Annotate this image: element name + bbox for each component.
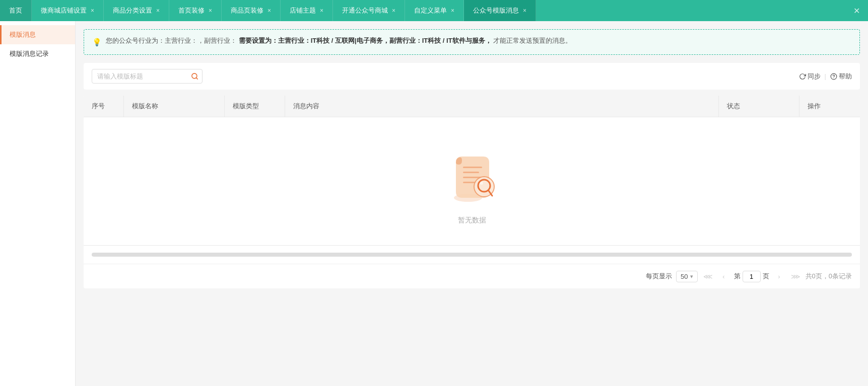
content-area: 💡 您的公众号行业为：主营行业：，副营行业： 需要设置为：主营行业：IT科技 /… — [76, 21, 868, 386]
empty-illustration — [442, 147, 502, 208]
nav-tab-category-settings-label: 商品分类设置 — [113, 6, 152, 15]
sync-label: 同步 — [808, 72, 821, 81]
empty-text: 暂无数据 — [458, 216, 486, 225]
close-all-button[interactable]: ✕ — [845, 6, 868, 16]
nav-tab-store-theme[interactable]: 店铺主题 × — [281, 0, 333, 21]
pagination: 每页显示 50 ▾ ⋘ ‹ 第 页 › ⋙ 共0页，0条记录 — [84, 264, 860, 288]
col-type: 模版类型 — [225, 96, 285, 117]
divider: | — [825, 72, 826, 80]
scrollbar-area[interactable] — [84, 245, 860, 264]
total-info: 共0页，0条记录 — [806, 272, 852, 281]
notice-text: 您的公众号行业为：主营行业：，副营行业： 需要设置为：主营行业：IT科技 / 互… — [106, 36, 572, 46]
search-input-wrap — [92, 69, 203, 84]
prev-page-button[interactable]: ‹ — [718, 270, 730, 282]
help-label: 帮助 — [839, 72, 852, 81]
sync-button[interactable]: 同步 — [799, 72, 821, 81]
notice-banner: 💡 您的公众号行业为：主营行业：，副营行业： 需要设置为：主营行业：IT科技 /… — [84, 29, 860, 55]
help-button[interactable]: 帮助 — [830, 72, 852, 81]
col-content: 消息内容 — [285, 96, 719, 117]
svg-line-1 — [196, 78, 197, 79]
col-index: 序号 — [84, 96, 124, 117]
nav-tab-template-msg-close[interactable]: × — [523, 8, 526, 14]
sidebar-item-template-msg-log[interactable]: 模版消息记录 — [0, 44, 75, 63]
sidebar: 模版消息 模版消息记录 — [0, 21, 76, 386]
nav-tab-category-settings[interactable]: 商品分类设置 × — [104, 0, 169, 21]
sidebar-item-template-msg[interactable]: 模版消息 — [0, 25, 75, 44]
page-input[interactable] — [743, 271, 761, 282]
page-label-after: 页 — [763, 272, 769, 281]
empty-state: 暂无数据 — [84, 117, 860, 245]
search-bar: 同步 | 帮助 — [84, 63, 860, 90]
nav-tab-store-theme-label: 店铺主题 — [290, 6, 316, 15]
search-button[interactable] — [191, 72, 198, 80]
nav-tab-custom-menu[interactable]: 自定义菜单 × — [405, 0, 464, 21]
next-page-button[interactable]: › — [773, 270, 785, 282]
sidebar-item-template-msg-label: 模版消息 — [10, 31, 36, 38]
nav-tab-store-settings[interactable]: 微商城店铺设置 × — [32, 0, 104, 21]
nav-tab-home[interactable]: 首页 — [0, 0, 32, 21]
notice-highlight: 需要设置为：主营行业：IT科技 / 互联网|电子商务，副营行业：IT科技 / I… — [239, 37, 492, 44]
nav-tab-template-msg-label: 公众号模版消息 — [473, 6, 519, 15]
main-layout: 模版消息 模版消息记录 💡 您的公众号行业为：主营行业：，副营行业： 需要设置为… — [0, 21, 868, 386]
search-input[interactable] — [92, 69, 203, 84]
page-current: 第 页 — [734, 271, 769, 282]
col-action: 操作 — [799, 96, 860, 117]
horizontal-scrollbar[interactable] — [92, 253, 852, 257]
nav-tab-home-decor-close[interactable]: × — [209, 8, 212, 14]
top-nav: 首页 微商城店铺设置 × 商品分类设置 × 首页装修 × 商品页装修 × 店铺主… — [0, 0, 868, 21]
nav-tab-store-settings-label: 微商城店铺设置 — [41, 6, 87, 15]
notice-icon: 💡 — [92, 36, 102, 48]
nav-tab-product-decor-label: 商品页装修 — [231, 6, 263, 15]
last-page-button[interactable]: ⋙ — [789, 270, 802, 282]
nav-tab-product-decor[interactable]: 商品页装修 × — [222, 0, 281, 21]
nav-tab-product-decor-close[interactable]: × — [268, 8, 271, 14]
sidebar-item-template-msg-log-label: 模版消息记录 — [10, 50, 49, 57]
svg-rect-5 — [463, 167, 482, 168]
page-label-before: 第 — [734, 272, 741, 281]
page-size-label: 每页显示 — [646, 272, 672, 281]
nav-tab-open-mall-label: 开通公众号商城 — [342, 6, 388, 15]
svg-point-12 — [480, 182, 483, 185]
nav-tab-home-label: 首页 — [9, 6, 22, 15]
nav-tab-category-settings-close[interactable]: × — [156, 8, 160, 14]
nav-tab-store-settings-close[interactable]: × — [91, 8, 94, 14]
svg-rect-6 — [463, 172, 479, 173]
nav-tab-home-decor[interactable]: 首页装修 × — [169, 0, 222, 21]
chevron-down-icon: ▾ — [690, 273, 693, 280]
nav-tab-template-msg[interactable]: 公众号模版消息 × — [464, 0, 536, 21]
search-left — [92, 69, 203, 84]
nav-tab-home-decor-label: 首页装修 — [178, 6, 205, 15]
data-table: 序号 模版名称 模版类型 消息内容 状态 操作 — [84, 96, 860, 288]
nav-tab-custom-menu-label: 自定义菜单 — [414, 6, 447, 15]
col-status: 状态 — [719, 96, 799, 117]
nav-tab-custom-menu-close[interactable]: × — [451, 8, 454, 14]
search-right: 同步 | 帮助 — [799, 72, 852, 81]
first-page-button[interactable]: ⋘ — [702, 270, 714, 282]
col-name: 模版名称 — [124, 96, 225, 117]
nav-tab-open-mall[interactable]: 开通公众号商城 × — [333, 0, 405, 21]
page-size-select[interactable]: 50 ▾ — [676, 271, 697, 282]
nav-tab-store-theme-close[interactable]: × — [320, 8, 323, 14]
notice-prefix: 您的公众号行业为：主营行业：，副营行业： — [106, 37, 237, 44]
nav-tab-open-mall-close[interactable]: × — [392, 8, 395, 14]
page-size-value: 50 — [681, 273, 688, 280]
table-header: 序号 模版名称 模版类型 消息内容 状态 操作 — [84, 96, 860, 117]
notice-suffix: 才能正常发送预置的消息。 — [493, 37, 572, 44]
